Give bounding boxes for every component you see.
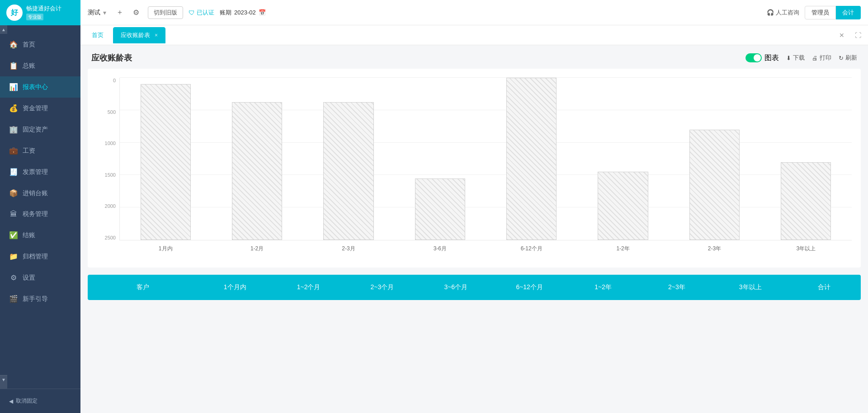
th-2-3month: 2~3个月	[345, 283, 419, 291]
report-actions: 图表 ⬇ 下载 🖨 打印 ↻ 刷新	[745, 53, 857, 63]
th-3-6month: 3~6个月	[419, 283, 493, 291]
report-title: 应收账龄表	[91, 52, 132, 63]
sidebar-item-report[interactable]: 📊 报表中心	[0, 76, 80, 98]
pin-icon: ◀	[9, 398, 13, 404]
th-3year-plus: 3年以上	[713, 283, 787, 291]
chart-container: 2500 2000 1500 1000 500 0	[97, 78, 852, 258]
scroll-up-arrow[interactable]: ▲	[1, 27, 6, 32]
support-button[interactable]: 🎧 人工咨询	[767, 9, 799, 17]
bar-1-month	[141, 84, 191, 240]
ledger-icon: 📋	[9, 61, 18, 70]
sidebar-nav: 🏠 首页 📋 总账 📊 报表中心 💰 资金管理 🏢 固定资产 💼 工资 🧾 发票…	[0, 34, 80, 375]
sidebar-item-capital[interactable]: 💰 资金管理	[0, 98, 80, 119]
expand-window-icon[interactable]: ⛶	[852, 29, 864, 42]
accountant-button[interactable]: 会计	[836, 6, 861, 19]
report-header: 应收账龄表 图表 ⬇ 下载 🖨 打印 ↻	[80, 45, 868, 69]
assets-icon: 🏢	[9, 125, 18, 134]
manager-button[interactable]: 管理员	[805, 6, 836, 19]
sidebar-item-settings[interactable]: ⚙ 设置	[0, 267, 80, 288]
sidebar-item-tax[interactable]: 🏛 税务管理	[0, 204, 80, 225]
main-content: 测试 ▾ ＋ ⚙ 切到旧版 🛡 已认证 账期 2023-02 📅 🎧 人工咨询 …	[80, 0, 868, 413]
th-1month: 1个月内	[198, 283, 272, 291]
scroll-down-arrow[interactable]: ▼	[1, 377, 6, 382]
project-name: 测试	[88, 9, 100, 17]
page-area: 应收账龄表 图表 ⬇ 下载 🖨 打印 ↻	[80, 45, 868, 413]
cancel-fixed-button[interactable]: ◀ 取消固定	[5, 394, 75, 408]
calendar-icon[interactable]: 📅	[259, 9, 266, 16]
bar-group-6: 1-2年	[577, 78, 669, 240]
sidebar-item-home[interactable]: 🏠 首页	[0, 34, 80, 55]
settings-icon: ⚙	[9, 273, 18, 282]
x-label-1-2month: 1-2月	[250, 245, 264, 253]
topbar-actions: ＋ ⚙	[113, 6, 142, 19]
tab-home[interactable]: 首页	[84, 27, 111, 43]
th-1-2month: 1~2个月	[272, 283, 345, 291]
period-badge: 账期 2023-02 📅	[220, 9, 266, 17]
bar-2-3month	[323, 102, 373, 240]
invoice-icon: 🧾	[9, 168, 18, 176]
download-icon: ⬇	[786, 55, 791, 61]
sidebar-item-sales[interactable]: 📦 进销台账	[0, 183, 80, 204]
chart-toggle-switch[interactable]	[745, 53, 762, 62]
settings-gear-icon[interactable]: ⚙	[130, 6, 142, 19]
sidebar-item-ledger[interactable]: 📋 总账	[0, 55, 80, 76]
tab-receivable-aging[interactable]: 应收账龄表 ×	[113, 27, 165, 43]
project-selector[interactable]: 测试 ▾	[88, 9, 106, 17]
sidebar-item-closing[interactable]: ✅ 结账	[0, 225, 80, 246]
archive-icon: 📁	[9, 252, 18, 261]
x-label-3-6month: 3-6月	[434, 245, 447, 253]
print-button[interactable]: 🖨 打印	[812, 54, 831, 62]
sidebar-logo: 好 畅捷通好会计 专业版	[0, 0, 80, 25]
y-label-1000: 1000	[105, 141, 116, 146]
th-total: 合计	[787, 283, 861, 291]
refresh-button[interactable]: ↻ 刷新	[839, 54, 857, 62]
th-6-12month: 6~12个月	[493, 283, 566, 291]
sidebar: 好 畅捷通好会计 专业版 ▲ 🏠 首页 📋 总账 📊 报表中心 💰 资金管理 🏢…	[0, 0, 80, 413]
sidebar-item-guide[interactable]: 🎬 新手引导	[0, 288, 80, 310]
page-inner: 应收账龄表 图表 ⬇ 下载 🖨 打印 ↻	[80, 45, 868, 413]
sidebar-scroll-down[interactable]: ▼	[0, 375, 7, 389]
y-label-2000: 2000	[105, 203, 116, 209]
th-2-3year: 2~3年	[640, 283, 713, 291]
y-label-0: 0	[113, 78, 116, 83]
sidebar-scroll-up[interactable]: ▲	[0, 25, 7, 34]
tab-close-icon[interactable]: ×	[155, 32, 158, 38]
switch-old-version-button[interactable]: 切到旧版	[148, 6, 183, 19]
shield-icon: 🛡	[189, 9, 195, 16]
top-bar: 测试 ▾ ＋ ⚙ 切到旧版 🛡 已认证 账期 2023-02 📅 🎧 人工咨询 …	[80, 0, 868, 25]
bar-group-8: 3年以上	[760, 78, 852, 240]
sidebar-item-archive[interactable]: 📁 归档管理	[0, 246, 80, 267]
topbar-right: 🎧 人工咨询 管理员 会计	[767, 6, 861, 19]
print-icon: 🖨	[812, 55, 818, 61]
chart-label: 图表	[764, 53, 779, 63]
table-container: 客户 1个月内 1~2个月 2~3个月 3~6个月 6~12个月 1~2年 2~…	[88, 275, 861, 300]
bar-group-2: 1-2月	[211, 78, 302, 240]
chevron-down-icon: ▾	[103, 9, 106, 16]
bar-1-2year	[598, 172, 648, 240]
capital-icon: 💰	[9, 104, 18, 113]
bar-3year-plus	[781, 162, 831, 240]
closing-icon: ✅	[9, 231, 18, 239]
sidebar-item-salary[interactable]: 💼 工资	[0, 140, 80, 161]
x-label-2-3year: 2-3年	[708, 245, 721, 253]
add-button[interactable]: ＋	[113, 6, 126, 19]
refresh-icon: ↻	[839, 55, 844, 61]
sidebar-item-invoice[interactable]: 🧾 发票管理	[0, 161, 80, 183]
chart-toggle: 图表	[745, 53, 779, 63]
sidebar-item-assets[interactable]: 🏢 固定资产	[0, 119, 80, 140]
sales-icon: 📦	[9, 189, 18, 197]
x-label-2-3month: 2-3月	[342, 245, 355, 253]
y-label-2500: 2500	[105, 235, 116, 240]
report-icon: 📊	[9, 83, 18, 91]
bar-3-6month	[415, 178, 465, 240]
download-button[interactable]: ⬇ 下载	[786, 54, 805, 62]
tabs-right: ✕ ⛶	[835, 29, 864, 42]
x-label-6-12month: 6-12个月	[521, 245, 542, 253]
close-window-icon[interactable]: ✕	[835, 29, 848, 42]
user-buttons: 管理员 会计	[805, 6, 861, 19]
table-header: 客户 1个月内 1~2个月 2~3个月 3~6个月 6~12个月 1~2年 2~…	[88, 275, 861, 300]
sidebar-bottom: ◀ 取消固定	[0, 389, 80, 413]
bar-group-3: 2-3月	[303, 78, 394, 240]
bar-2-3year	[689, 130, 740, 240]
bar-1-2month	[232, 102, 282, 240]
